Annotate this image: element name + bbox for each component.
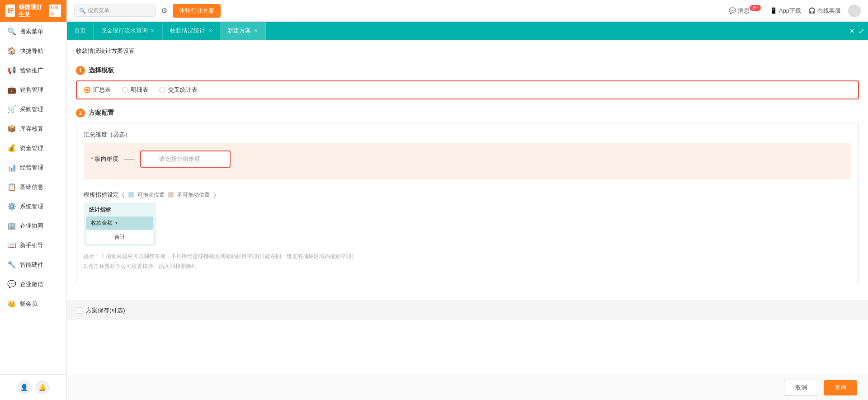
- metrics-header: 模板指标设定（ 可拖动位置 不可拖动位置 ）: [84, 191, 851, 199]
- user-avatar[interactable]: [848, 5, 861, 17]
- step1-number: 1: [76, 66, 85, 75]
- sidebar-item-7[interactable]: 📊经营管理: [0, 158, 66, 177]
- tab-1[interactable]: 现金银行流水查询✕: [94, 22, 163, 40]
- sidebar-item-5[interactable]: 📦库存核算: [0, 119, 66, 138]
- content-area: 收款情况统计方案设置 1 选择模板 汇总表 明细表: [67, 40, 868, 375]
- sidebar-icon-3: 💼: [7, 85, 16, 94]
- sidebar-icon-0: 🔍: [7, 27, 16, 36]
- step2-header: 2 方案配置: [76, 108, 859, 118]
- close-window-icon[interactable]: ✕: [849, 27, 855, 35]
- sidebar-label-3: 销售管理: [20, 86, 43, 94]
- metrics-table: 统计指标 收款金额 ▾ 合计: [84, 202, 156, 246]
- sidebar-nav: 🔍搜索菜单🏠快捷导航📢营销推广💼销售管理🛒采购管理📦库存核算💰资金管理📊经营管理…: [0, 22, 66, 374]
- cancel-button[interactable]: 取消: [784, 380, 818, 396]
- sidebar-label-9: 系统管理: [20, 202, 43, 211]
- step2-title: 方案配置: [89, 109, 114, 117]
- tab-close-2[interactable]: ✕: [208, 28, 212, 34]
- sidebar-icon-11: 📖: [7, 241, 16, 249]
- sidebar-label-13: 企业微信: [20, 280, 43, 288]
- tab-close-3[interactable]: ✕: [254, 28, 258, 34]
- settings-icon[interactable]: ⚙: [161, 6, 167, 15]
- sidebar-footer: 👤 🔔: [0, 374, 66, 400]
- tab-0[interactable]: 首页: [67, 22, 94, 40]
- edition-badge: 标准版: [49, 5, 61, 17]
- save-checkbox[interactable]: [76, 307, 82, 314]
- sidebar-icon-8: 📋: [7, 183, 16, 191]
- sidebar-item-8[interactable]: 📋基础信息: [0, 177, 66, 197]
- hint-area: 提示： 1.拖动标题栏可以调整布局，不可跨维度或指标区域拖动栏目字段(只能在同一…: [84, 246, 851, 277]
- sidebar-item-6[interactable]: 💰资金管理: [0, 138, 66, 158]
- tabbar: 首页现金银行流水查询✕收款情况统计✕新建方案✕ ✕ ⤢: [67, 22, 868, 40]
- topbar: 🔍 搜索菜单 ⚙ 体验行业方案 💬 消息 99+ 📱 App下载 🎧 在线客服: [67, 0, 868, 22]
- sidebar-item-1[interactable]: 🏠快捷导航: [0, 41, 66, 61]
- sidebar-label-7: 经营管理: [20, 164, 43, 172]
- sidebar: 好 畅捷通好生意 标准版 🔍搜索菜单🏠快捷导航📢营销推广💼销售管理🛒采购管理📦库…: [0, 0, 67, 400]
- radio-dot-cross: [159, 87, 165, 93]
- sidebar-label-14: 畅会员: [20, 300, 38, 308]
- radio-cross[interactable]: 交叉统计表: [159, 86, 198, 94]
- solution-button[interactable]: 体验行业方案: [173, 4, 221, 18]
- tab-label-2: 收款情况统计: [170, 27, 205, 35]
- query-button[interactable]: 查询: [824, 380, 857, 395]
- radio-detail-label: 明细表: [131, 86, 148, 94]
- metrics-label: 模板指标设定（: [84, 191, 125, 199]
- tab-label-0: 首页: [74, 27, 86, 35]
- radio-cross-label: 交叉统计表: [168, 86, 198, 94]
- sidebar-label-5: 库存核算: [20, 125, 43, 133]
- tab-3[interactable]: 新建方案✕: [220, 22, 266, 40]
- step1-title: 选择模板: [89, 66, 114, 75]
- maximize-icon[interactable]: ⤢: [859, 27, 864, 35]
- step2-number: 2: [76, 108, 85, 118]
- sidebar-item-3[interactable]: 💼销售管理: [0, 80, 66, 99]
- arrow-icon: ——: [124, 156, 135, 162]
- logo-text: 畅捷通好生意: [19, 4, 45, 18]
- dim-placeholder[interactable]: 请选择分组维度: [140, 151, 231, 168]
- sidebar-item-13[interactable]: 💬企业微信: [0, 274, 66, 294]
- page-title: 收款情况统计方案设置: [76, 47, 859, 59]
- sidebar-item-10[interactable]: 🏢企业协同: [0, 216, 66, 235]
- tab-close-1[interactable]: ✕: [151, 28, 155, 34]
- metric-total: 合计: [86, 231, 153, 244]
- sidebar-label-10: 企业协同: [20, 222, 43, 230]
- download-item[interactable]: 📱 App下载: [770, 7, 801, 15]
- sidebar-label-6: 资金管理: [20, 144, 43, 152]
- sidebar-icon-5: 📦: [7, 124, 16, 133]
- sidebar-item-2[interactable]: 📢营销推广: [0, 61, 66, 80]
- sidebar-icon-1: 🏠: [7, 47, 16, 55]
- metric-tag-amount[interactable]: 收款金额 ▾: [86, 216, 153, 230]
- radio-dot-summary: [84, 87, 90, 93]
- sidebar-item-12[interactable]: 🔧智能硬件: [0, 255, 66, 274]
- tab-label-1: 现金银行流水查询: [101, 27, 148, 35]
- step2-section: 2 方案配置 汇总维度（必选） * 纵向维度 ——: [76, 108, 859, 284]
- footer-icon-2[interactable]: 🔔: [35, 380, 50, 395]
- message-item[interactable]: 💬 消息 99+: [729, 7, 763, 15]
- message-badge: 99+: [750, 5, 761, 11]
- sidebar-item-9[interactable]: ⚙️系统管理: [0, 197, 66, 216]
- tab-label-3: 新建方案: [227, 27, 251, 35]
- radio-summary-label: 汇总表: [93, 86, 111, 94]
- hint-line-2: 2.点击标题栏下拉可设置排序、插入列和删除列: [84, 262, 851, 272]
- sidebar-icon-10: 🏢: [7, 221, 16, 230]
- topbar-right: 💬 消息 99+ 📱 App下载 🎧 在线客服: [729, 5, 861, 17]
- sidebar-label-1: 快捷导航: [20, 47, 43, 55]
- service-item[interactable]: 🎧 在线客服: [808, 7, 841, 15]
- topbar-search[interactable]: 🔍 搜索菜单: [74, 5, 156, 17]
- step1-section: 1 选择模板 汇总表 明细表 交叉统计表: [76, 66, 859, 99]
- sidebar-item-11[interactable]: 📖新手引导: [0, 235, 66, 255]
- metric-tag-label: 收款金额: [91, 219, 113, 227]
- radio-summary[interactable]: 汇总表: [84, 86, 111, 94]
- vertical-dim-label: * 纵向维度: [91, 155, 118, 163]
- sidebar-item-4[interactable]: 🛒采购管理: [0, 99, 66, 119]
- footer-icon-1[interactable]: 👤: [17, 380, 32, 395]
- sidebar-item-14[interactable]: 👑畅会员: [0, 294, 66, 313]
- sidebar-item-0[interactable]: 🔍搜索菜单: [0, 22, 66, 41]
- service-icon: 🎧: [808, 7, 816, 14]
- bottom-bar: 取消 查询: [67, 375, 868, 400]
- radio-detail[interactable]: 明细表: [122, 86, 148, 94]
- tab-2[interactable]: 收款情况统计✕: [163, 22, 220, 40]
- sidebar-label-11: 新手引导: [20, 241, 43, 249]
- sidebar-label-8: 基础信息: [20, 183, 43, 191]
- draggable-legend: 可拖动位置: [128, 191, 165, 199]
- config-section: 汇总维度（必选） * 纵向维度 —— 请选择分组维度: [76, 123, 859, 284]
- message-label: 消息: [738, 7, 750, 15]
